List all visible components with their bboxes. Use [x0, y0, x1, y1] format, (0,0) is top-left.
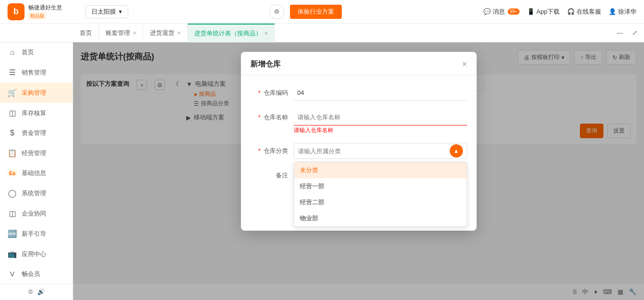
option-property[interactable]: 物业部: [294, 210, 467, 226]
warehouse-name-row: * 仓库名称 请输入仓库名称: [250, 109, 467, 134]
warehouse-code-control: [294, 85, 467, 101]
system-icon: ◯: [8, 189, 17, 198]
sidebar-item-enterprise[interactable]: ◫ 企业协同: [0, 203, 73, 224]
home-icon: ⌂: [8, 48, 17, 57]
sidebar-item-member[interactable]: V 畅会员: [0, 264, 73, 284]
option-operations-1[interactable]: 经营一部: [294, 178, 467, 194]
sidebar-item-system[interactable]: ◯ 系统管理: [0, 183, 73, 203]
logo-area: b 畅捷通好生意 精品版: [8, 3, 81, 20]
basic-icon: Ea: [8, 170, 17, 176]
notes-label: 备注: [250, 167, 288, 180]
experience-button[interactable]: 体验行业方案: [290, 5, 342, 19]
warehouse-code-row: * 仓库编码: [250, 85, 467, 101]
sidebar-settings-icon[interactable]: ⚙: [28, 288, 33, 295]
category-dropdown-list: 未分类 经营一部 经营二部 物业部: [294, 162, 467, 227]
sidebar-item-inventory[interactable]: ◫ 库存核算: [0, 103, 73, 123]
mobile-icon: 📱: [527, 8, 535, 15]
message-icon: 💬: [483, 8, 491, 15]
tab-accounts[interactable]: 账套管理 ×: [99, 24, 143, 42]
content-area: 进货单统计(按商品) 🖨 按模板打印 ▾ ↑ 导出 ↻ 刷新 按以下方案查询: [73, 42, 644, 300]
header-right: 💬 消息 99+ 📱 App下载 🎧 在线客服 👤 徐泽华: [483, 8, 636, 16]
warehouse-category-row: * 仓库分类 ▲ 未分类 经营一部 经: [250, 143, 467, 159]
warehouse-name-error: 请输入仓库名称: [294, 126, 467, 134]
main-layout: ⌂ 首页 ☰ 销售管理 🛒 采购管理 ◫ 库存核算 $ 资金管理 📋 经营管理 …: [0, 42, 644, 300]
tab-purchase-stats[interactable]: 进货单统计表（按商品） ×: [188, 24, 275, 42]
operations-icon: 📋: [8, 149, 17, 158]
tab-controls: — ⤢: [614, 28, 644, 37]
sales-icon: ☰: [8, 68, 17, 77]
warehouse-name-label: * 仓库名称: [250, 109, 288, 122]
finance-icon: $: [8, 129, 17, 137]
dialog-body: * 仓库编码 * 仓库名称: [241, 75, 477, 201]
sidebar-item-basic[interactable]: Ea 基础信息: [0, 163, 73, 183]
category-dropdown[interactable]: ▲: [294, 143, 467, 159]
option-operations-2[interactable]: 经营二部: [294, 194, 467, 210]
gear-button[interactable]: ⚙: [269, 4, 284, 19]
tab-home[interactable]: 首页: [73, 24, 99, 42]
top-header: b 畅捷通好生意 精品版 日太阳膜 ▾ ⚙ 体验行业方案 💬 消息 99+ 📱 …: [0, 0, 644, 24]
warehouse-code-label: * 仓库编码: [250, 85, 288, 97]
member-icon: V: [8, 270, 17, 278]
tab-expand-btn[interactable]: ⤢: [629, 28, 640, 37]
new-warehouse-dialog: 新增仓库 × * 仓库编码: [241, 52, 477, 231]
app-download-btn[interactable]: 📱 App下载: [527, 8, 560, 16]
tab-close-purchase-stats[interactable]: ×: [264, 30, 268, 37]
notification-badge: 99+: [508, 8, 520, 15]
modal-overlay: 新增仓库 × * 仓库编码: [73, 42, 644, 300]
appcenter-icon: 📺: [8, 250, 17, 258]
warehouse-name-control: 请输入仓库名称: [294, 109, 467, 134]
dialog-title: 新增仓库: [250, 59, 281, 69]
chevron-down-icon: ▾: [119, 8, 122, 15]
dialog-close-btn[interactable]: ×: [462, 59, 467, 69]
dialog-header: 新增仓库 ×: [241, 52, 477, 75]
user-menu[interactable]: 👤 徐泽华: [609, 8, 636, 16]
option-uncategorized[interactable]: 未分类: [294, 162, 467, 178]
online-service-btn[interactable]: 🎧 在线客服: [567, 8, 601, 16]
store-selector[interactable]: 日太阳膜 ▾: [85, 5, 128, 18]
sidebar-item-sales[interactable]: ☰ 销售管理: [0, 62, 73, 83]
sidebar-item-appcenter[interactable]: 📺 应用中心: [0, 244, 73, 264]
sidebar-speaker-icon[interactable]: 🔊: [37, 288, 45, 295]
guide-icon: 🆕: [8, 229, 17, 238]
category-input[interactable]: [298, 148, 450, 155]
warehouse-category-label: * 仓库分类: [250, 143, 288, 155]
inventory-icon: ◫: [8, 108, 17, 117]
tab-collapse-btn[interactable]: —: [614, 28, 626, 37]
sidebar-item-purchase[interactable]: 🛒 采购管理: [0, 83, 73, 103]
header-middle: ⚙ 体验行业方案: [128, 4, 483, 19]
warehouse-category-control: ▲ 未分类 经营一部 经营二部 物业部: [294, 143, 467, 159]
enterprise-icon: ◫: [8, 209, 17, 218]
category-arrow-icon[interactable]: ▲: [450, 144, 463, 158]
sidebar-item-operations[interactable]: 📋 经营管理: [0, 143, 73, 163]
purchase-icon: 🛒: [8, 88, 17, 97]
warehouse-name-input[interactable]: [294, 109, 467, 125]
logo-icon: b: [8, 3, 25, 20]
sidebar-item-finance[interactable]: $ 资金管理: [0, 123, 73, 143]
logo-text: 畅捷通好生意 精品版: [28, 4, 62, 20]
sidebar: ⌂ 首页 ☰ 销售管理 🛒 采购管理 ◫ 库存核算 $ 资金管理 📋 经营管理 …: [0, 42, 73, 300]
user-icon: 👤: [609, 8, 616, 15]
tab-returns[interactable]: 进货退货 ×: [143, 24, 188, 42]
warehouse-code-input[interactable]: [294, 85, 467, 101]
tab-close-returns[interactable]: ×: [177, 30, 181, 36]
tab-bar: 首页 账套管理 × 进货退货 × 进货单统计表（按商品） × — ⤢: [0, 24, 644, 42]
sidebar-item-guide[interactable]: 🆕 新手引导: [0, 224, 73, 244]
headset-icon: 🎧: [567, 8, 575, 15]
sidebar-item-home[interactable]: ⌂ 首页: [0, 42, 73, 62]
notification-bell[interactable]: 💬 消息 99+: [483, 8, 520, 16]
tab-close-accounts[interactable]: ×: [133, 30, 136, 36]
